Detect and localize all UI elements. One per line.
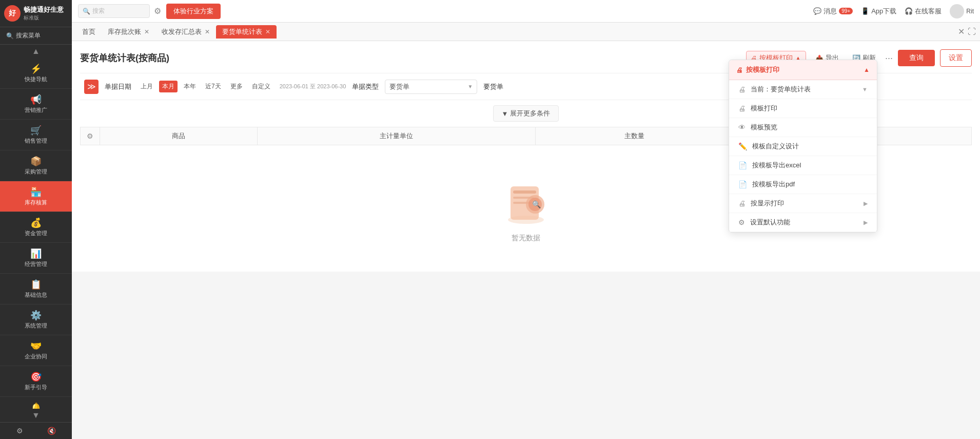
tab-order-stats[interactable]: 要货单统计表 ✕ xyxy=(216,25,277,39)
topbar-gear-icon[interactable]: ⚙ xyxy=(154,6,161,16)
online-service-button[interactable]: 🎧 在线客服 xyxy=(905,7,942,16)
main-content: 🔍 搜索 ⚙ 体验行业方案 💬 消息 99+ 📱 App下载 🎧 在线客服 xyxy=(72,0,980,439)
svg-rect-2 xyxy=(513,190,536,194)
col-unit: 主计量单位 xyxy=(258,127,536,145)
set-default-item[interactable]: ⚙ 设置默认功能 ▶ xyxy=(729,213,877,232)
date-range-display: 2023-06-01 至 2023-06-30 xyxy=(280,83,346,90)
scroll-up-btn[interactable]: ▲ xyxy=(0,45,72,58)
sidebar-nav: ⚡ 快捷导航 📢 营销推广 🛒 销售管理 📦 采购管理 🏪 库存核算 💰 资金管… xyxy=(0,58,72,409)
tab-close-batch-accounts[interactable]: ✕ xyxy=(144,28,149,35)
tabs-bar-actions: ✕ ⛶ xyxy=(958,27,976,36)
topbar-search-box[interactable]: 🔍 搜索 xyxy=(78,4,150,18)
expand-more-button[interactable]: ▼ 展开更多条件 xyxy=(493,105,559,122)
app-download-icon: 📱 xyxy=(861,7,869,15)
empty-illustration: 🔍 xyxy=(495,176,557,227)
sidebar-item-sales[interactable]: 🛒 销售管理 xyxy=(0,120,72,150)
sidebar-item-operations[interactable]: 📊 经营管理 xyxy=(0,243,72,274)
inventory-icon: 🏪 xyxy=(30,186,42,198)
sidebar-item-inventory[interactable]: 🏪 库存核算 xyxy=(0,181,72,212)
topbar-left: 🔍 搜索 ⚙ 体验行业方案 xyxy=(78,4,813,19)
order-type-chevron-icon: ▼ xyxy=(467,84,473,89)
set-default-chevron: ▶ xyxy=(864,219,868,226)
industry-solution-button[interactable]: 体验行业方案 xyxy=(166,4,221,19)
audio-bottom-icon[interactable]: 🔇 xyxy=(47,427,56,435)
page-title: 要货单统计表(按商品) xyxy=(80,52,169,64)
quick-nav-icon: ⚡ xyxy=(30,63,42,74)
more-actions-button[interactable]: ··· xyxy=(885,53,893,64)
settings-button[interactable]: 设置 xyxy=(940,49,972,67)
date-btn-this-year[interactable]: 本年 xyxy=(181,81,199,92)
tab-batch-accounts[interactable]: 库存批次账 ✕ xyxy=(102,25,155,39)
sidebar-item-system[interactable]: ⚙️ 系统管理 xyxy=(0,304,72,335)
date-btn-last-month[interactable]: 上月 xyxy=(138,81,156,92)
date-btn-custom[interactable]: 自定义 xyxy=(249,81,273,92)
settings-bottom-icon[interactable]: ⚙ xyxy=(16,427,23,435)
tab-close-receipt-summary[interactable]: ✕ xyxy=(205,28,210,35)
tab-home[interactable]: 首页 xyxy=(76,25,102,39)
sidebar-logo: 好 畅捷通好生意 标准版 xyxy=(0,0,72,27)
topbar-search-icon: 🔍 xyxy=(83,8,90,15)
sidebar-bottom: ⚙ 🔇 xyxy=(0,422,72,439)
sidebar-item-guide[interactable]: 🎯 新手引导 xyxy=(0,366,72,397)
sidebar-search[interactable]: 🔍 搜索菜单 xyxy=(0,27,72,45)
app-download-button[interactable]: 📱 App下载 xyxy=(861,7,896,16)
template-design-icon: ✏️ xyxy=(738,142,747,150)
tab-fullscreen-button[interactable]: ⛶ xyxy=(968,27,976,36)
order-type-select[interactable]: 要货单 ▼ xyxy=(385,80,477,94)
purchase-icon: 📦 xyxy=(30,156,42,167)
tab-close-all-button[interactable]: ✕ xyxy=(958,27,965,36)
operations-icon: 📊 xyxy=(30,248,42,259)
logo-icon: 好 xyxy=(4,5,21,22)
set-default-icon: ⚙ xyxy=(738,218,745,226)
scroll-down-btn[interactable]: ▼ xyxy=(0,409,72,422)
sidebar-item-marketing[interactable]: 📢 营销推广 xyxy=(0,89,72,120)
system-icon: ⚙️ xyxy=(30,310,42,321)
search-icon: 🔍 xyxy=(6,32,14,40)
message-button[interactable]: 💬 消息 99+ xyxy=(813,7,853,16)
sidebar-item-collab[interactable]: 🤝 企业协同 xyxy=(0,335,72,366)
date-btn-this-month[interactable]: 本月 xyxy=(159,81,178,92)
display-print-item[interactable]: 🖨 按显示打印 ▶ xyxy=(729,194,877,213)
col-quantity: 主数量 xyxy=(536,127,734,145)
date-btn-7days[interactable]: 近7天 xyxy=(202,81,224,92)
template-preview-item[interactable]: 👁 模板预览 xyxy=(729,118,877,137)
print-current-item[interactable]: 🖨 当前：要货单统计表 ▼ xyxy=(729,80,877,99)
basic-icon: 📋 xyxy=(30,279,42,290)
display-print-chevron: ▶ xyxy=(864,200,868,207)
template-excel-item[interactable]: 📄 按模板导出excel xyxy=(729,156,877,175)
sidebar: 好 畅捷通好生意 标准版 🔍 搜索菜单 ▲ ⚡ 快捷导航 📢 营销推广 🛒 销售… xyxy=(0,0,72,439)
template-design-item[interactable]: ✏️ 模板自定义设计 xyxy=(729,137,877,156)
sidebar-item-appstore[interactable]: 🔔 应用中心 xyxy=(0,397,72,409)
sidebar-item-purchase[interactable]: 📦 采购管理 xyxy=(0,150,72,181)
print-dropdown-header-icon: 🖨 xyxy=(736,66,743,74)
message-icon: 💬 xyxy=(813,7,821,15)
page-inner: 要货单统计表(按商品) 🖨 按模板打印 ▲ 📤 导出 🔄 刷新 xyxy=(72,41,980,272)
sales-icon: 🛒 xyxy=(30,125,42,136)
user-avatar-area[interactable]: Rit xyxy=(950,4,974,18)
order-category-label: 要货单 xyxy=(483,82,503,91)
query-button[interactable]: 查询 xyxy=(898,50,935,66)
template-print-icon: 🖨 xyxy=(738,104,746,112)
appstore-icon: 🔔 xyxy=(30,402,42,409)
marketing-icon: 📢 xyxy=(30,94,42,105)
sidebar-item-quick-nav[interactable]: ⚡ 快捷导航 xyxy=(0,58,72,89)
template-pdf-icon: 📄 xyxy=(738,180,747,188)
expand-more-icon: ▼ xyxy=(502,110,508,118)
logo-text: 畅捷通好生意 标准版 xyxy=(24,6,64,21)
tab-close-order-stats[interactable]: ✕ xyxy=(265,28,270,35)
table-col-settings-icon[interactable]: ⚙ xyxy=(87,132,93,140)
print-dropdown-panel: 🖨 按模板打印 ▲ 🖨 当前：要货单统计表 ▼ 🖨 模板打印 👁 模板预览 xyxy=(729,60,877,233)
print-dropdown-collapse-icon[interactable]: ▲ xyxy=(864,66,870,73)
template-excel-icon: 📄 xyxy=(738,161,747,169)
tab-receipt-summary[interactable]: 收发存汇总表 ✕ xyxy=(155,25,216,39)
template-print-item[interactable]: 🖨 模板打印 xyxy=(729,99,877,118)
date-btn-more[interactable]: 更多 xyxy=(227,81,246,92)
user-avatar xyxy=(950,4,964,18)
empty-text: 暂无数据 xyxy=(512,234,540,243)
svg-text:🔍: 🔍 xyxy=(532,200,541,209)
tabs-bar: 首页 库存批次账 ✕ 收发存汇总表 ✕ 要货单统计表 ✕ ✕ ⛶ xyxy=(72,23,980,41)
sidebar-item-basic[interactable]: 📋 基础信息 xyxy=(0,274,72,304)
sidebar-item-finance[interactable]: 💰 资金管理 xyxy=(0,212,72,243)
template-pdf-item[interactable]: 📄 按模板导出pdf xyxy=(729,175,877,194)
filter-expand-icon[interactable]: ≫ xyxy=(84,80,99,94)
